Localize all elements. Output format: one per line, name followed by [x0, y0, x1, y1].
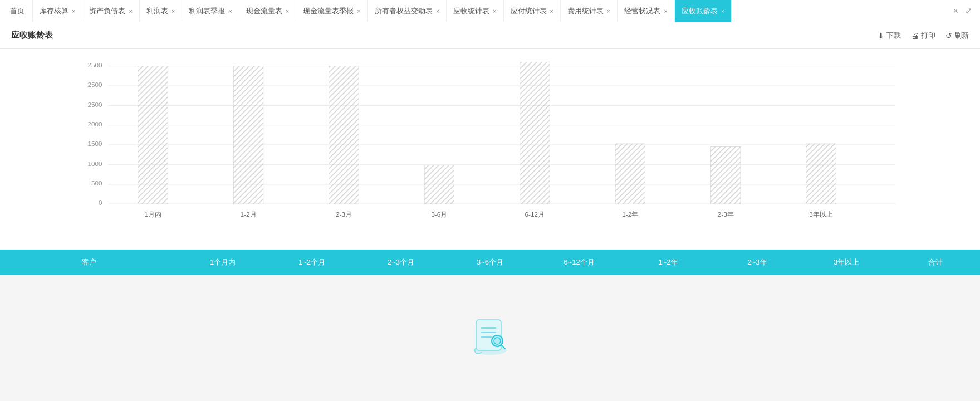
svg-rect-29	[710, 146, 741, 204]
svg-rect-19	[233, 66, 263, 204]
svg-text:2000: 2000	[87, 120, 102, 128]
tab-close-expense-stat[interactable]: ×	[607, 8, 610, 14]
tab-cashflow[interactable]: 现金流量表×	[239, 0, 296, 22]
tab-close-ar-stat[interactable]: ×	[493, 8, 496, 14]
bar-chart: 2500 2500 2500 2000 1500 1000 500 0	[11, 60, 969, 227]
tab-close-profit[interactable]: ×	[171, 8, 175, 14]
tab-close-inventory[interactable]: ×	[72, 8, 75, 14]
tab-operation[interactable]: 经营状况表×	[618, 0, 674, 22]
svg-text:2-3年: 2-3年	[718, 211, 734, 218]
svg-text:3-6月: 3-6月	[431, 211, 447, 218]
tab-label-operation: 经营状况表	[624, 6, 660, 16]
tab-label-profit: 利润表	[146, 6, 168, 16]
maximize-window-button[interactable]: ⤢	[965, 6, 972, 16]
tab-cashflow-quarterly[interactable]: 现金流量表季报×	[296, 0, 367, 22]
svg-text:1-2年: 1-2年	[622, 211, 638, 218]
tab-close-operation[interactable]: ×	[664, 8, 667, 14]
tab-close-equity[interactable]: ×	[436, 8, 439, 14]
empty-icon	[465, 309, 515, 359]
tab-label-cashflow: 现金流量表	[246, 6, 282, 16]
tab-close-ap-stat[interactable]: ×	[550, 8, 553, 14]
tab-profit[interactable]: 利润表×	[140, 0, 182, 22]
close-window-button[interactable]: ×	[953, 6, 958, 16]
svg-text:1500: 1500	[87, 140, 102, 147]
home-tab-label: 首页	[10, 6, 24, 16]
table-header-cell-3: 2~3个月	[356, 250, 445, 275]
tab-label-ap-stat: 应付统计表	[511, 6, 547, 16]
table-header-cell-0: 客户	[0, 250, 178, 275]
table-header-cell-7: 2~3年	[713, 250, 802, 275]
tab-inventory[interactable]: 库存核算×	[33, 0, 82, 22]
svg-rect-27	[615, 144, 645, 204]
tab-equity[interactable]: 所有者权益变动表×	[368, 0, 447, 22]
print-icon: 🖨	[911, 31, 919, 40]
chart-area: 2500 2500 2500 2000 1500 1000 500 0	[11, 60, 969, 227]
table-header: 客户1个月内1~2个月2~3个月3~6个月6~12个月1~2年2~3年3年以上合…	[0, 250, 980, 275]
svg-text:2500: 2500	[87, 61, 102, 69]
tab-close-cashflow-quarterly[interactable]: ×	[357, 8, 360, 14]
tab-label-cashflow-quarterly: 现金流量表季报	[303, 6, 354, 16]
svg-rect-17	[138, 66, 168, 204]
tab-bar: 首页 库存核算×资产负债表×利润表×利润表季报×现金流量表×现金流量表季报×所有…	[0, 0, 980, 22]
svg-text:1-2月: 1-2月	[241, 211, 257, 218]
svg-rect-21	[329, 66, 359, 204]
tab-ap-stat[interactable]: 应付统计表×	[504, 0, 561, 22]
tab-label-inventory: 库存核算	[40, 6, 68, 16]
tab-home[interactable]: 首页	[2, 0, 33, 22]
page-title: 应收账龄表	[11, 30, 53, 41]
refresh-label: 刷新	[954, 31, 969, 41]
tab-label-expense-stat: 费用统计表	[567, 6, 604, 16]
svg-text:2500: 2500	[87, 101, 102, 108]
tab-close-profit-quarterly[interactable]: ×	[228, 8, 232, 14]
download-label: 下载	[886, 31, 901, 41]
tab-close-ar-aging[interactable]: ×	[721, 8, 724, 14]
tab-ar-stat[interactable]: 应收统计表×	[447, 0, 503, 22]
svg-text:2-3月: 2-3月	[336, 211, 352, 218]
tab-label-ar-aging: 应收账龄表	[682, 6, 718, 16]
tab-label-ar-stat: 应收统计表	[453, 6, 489, 16]
main-content: 2500 2500 2500 2000 1500 1000 500 0	[0, 49, 980, 250]
empty-state	[0, 275, 980, 392]
table-header-cell-2: 1~2个月	[267, 250, 356, 275]
tab-label-balance: 资产负债表	[89, 6, 125, 16]
svg-text:1月内: 1月内	[144, 211, 161, 218]
table-header-cell-8: 3年以上	[802, 250, 891, 275]
svg-text:1000: 1000	[87, 160, 102, 167]
page-header: 应收账龄表 ⬇ 下载 🖨 打印 ↺ 刷新	[0, 22, 980, 49]
tab-label-profit-quarterly: 利润表季报	[189, 6, 225, 16]
svg-text:500: 500	[91, 179, 102, 187]
header-actions: ⬇ 下载 🖨 打印 ↺ 刷新	[878, 31, 969, 41]
tab-expense-stat[interactable]: 费用统计表×	[561, 0, 618, 22]
print-button[interactable]: 🖨 打印	[911, 31, 935, 41]
svg-rect-23	[424, 165, 454, 204]
tab-close-balance[interactable]: ×	[129, 8, 132, 14]
tab-profit-quarterly[interactable]: 利润表季报×	[182, 0, 239, 22]
download-button[interactable]: ⬇ 下载	[878, 31, 901, 41]
table-header-cell-9: 合计	[891, 250, 980, 275]
svg-text:2500: 2500	[87, 81, 102, 88]
svg-text:6-12月: 6-12月	[525, 211, 545, 218]
svg-text:3年以上: 3年以上	[809, 211, 833, 218]
print-label: 打印	[921, 31, 935, 41]
tab-balance[interactable]: 资产负债表×	[82, 0, 139, 22]
table-header-cell-5: 6~12个月	[535, 250, 624, 275]
svg-rect-31	[806, 144, 836, 204]
window-controls: × ⤢	[948, 6, 978, 16]
tab-ar-aging[interactable]: 应收账龄表×	[675, 0, 732, 22]
download-icon: ⬇	[878, 31, 884, 40]
svg-text:0: 0	[99, 199, 102, 206]
refresh-button[interactable]: ↺ 刷新	[945, 31, 969, 41]
table-header-cell-1: 1个月内	[178, 250, 267, 275]
table-header-cell-4: 3~6个月	[445, 250, 535, 275]
tab-close-cashflow[interactable]: ×	[286, 8, 289, 14]
svg-rect-25	[520, 62, 550, 204]
tab-label-equity: 所有者权益变动表	[375, 6, 433, 16]
refresh-icon: ↺	[945, 31, 952, 40]
table-header-cell-6: 1~2年	[624, 250, 713, 275]
